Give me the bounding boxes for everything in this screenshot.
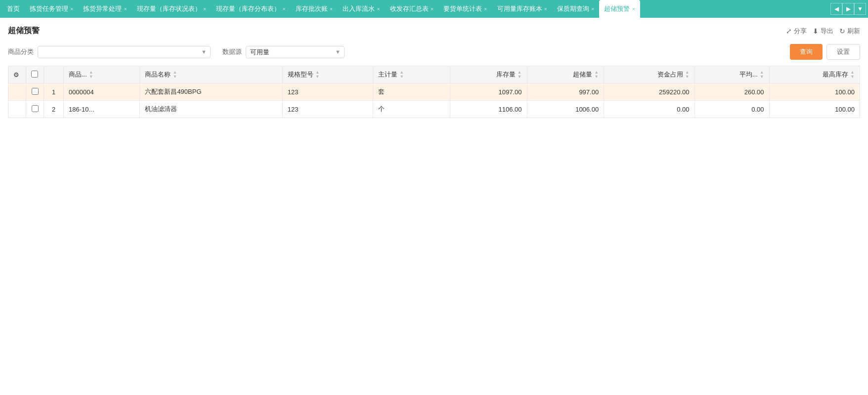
nav-item-summary[interactable]: 收发存汇总表 × bbox=[385, 0, 438, 18]
nav-item-stock-dist[interactable]: 现存量（库存分布表） × bbox=[211, 0, 290, 18]
sort-product-code[interactable]: 商品... ▲▼ bbox=[69, 70, 93, 79]
th-overstock[interactable]: 超储量 ▲▼ bbox=[527, 66, 604, 83]
refresh-button[interactable]: ↻ 刷新 bbox=[839, 27, 860, 36]
td-overstock-1: 1006.00 bbox=[527, 101, 604, 118]
nav-label-home: 首页 bbox=[7, 0, 20, 18]
table-row: 2 186-10... 机油滤清器 123 个 1106.00 1006.00 … bbox=[8, 101, 860, 118]
nav-item-flow[interactable]: 出入库流水 × bbox=[338, 0, 385, 18]
th-capital[interactable]: 资金占用 ▲▼ bbox=[604, 66, 694, 83]
nav-item-overstock[interactable]: 超储预警 × bbox=[599, 0, 640, 18]
th-product-name-label: 商品名称 bbox=[145, 70, 171, 79]
sort-capital[interactable]: 资金占用 ▲▼ bbox=[657, 70, 690, 79]
th-checkbox[interactable] bbox=[26, 66, 44, 83]
nav-item-available[interactable]: 可用量库存账本 × bbox=[492, 0, 552, 18]
th-product-code[interactable]: 商品... ▲▼ bbox=[64, 66, 140, 83]
datasource-filter-group: 数据源 可用量 库存量 ▼ bbox=[222, 46, 345, 58]
th-spec[interactable]: 规格型号 ▲▼ bbox=[282, 66, 373, 83]
nav-prev-button[interactable]: ◀ bbox=[830, 3, 842, 15]
td-max-stock-0: 100.00 bbox=[769, 83, 860, 101]
th-max-stock-label: 最高库存 bbox=[823, 70, 848, 79]
refresh-label: 刷新 bbox=[847, 27, 860, 36]
td-capital-0: 259220.00 bbox=[604, 83, 694, 101]
datasource-select[interactable]: 可用量 库存量 bbox=[246, 46, 345, 58]
nav-more-button[interactable]: ▼ bbox=[854, 3, 866, 15]
filter-actions: 查询 设置 bbox=[790, 44, 860, 60]
refresh-icon: ↻ bbox=[839, 27, 845, 35]
td-product-code-1: 186-10... bbox=[64, 101, 140, 118]
close-icon-summary[interactable]: × bbox=[431, 0, 434, 18]
nav-item-task[interactable]: 拣货任务管理 × bbox=[25, 0, 78, 18]
nav-label-demand: 要货单统计表 bbox=[443, 0, 482, 18]
nav-item-stock-status[interactable]: 现存量（库存状况表） × bbox=[132, 0, 211, 18]
sort-product-name[interactable]: 商品名称 ▲▼ bbox=[145, 70, 177, 79]
close-icon-stock-dist[interactable]: × bbox=[282, 0, 285, 18]
td-settings-1 bbox=[8, 101, 26, 118]
share-icon: ⤢ bbox=[786, 27, 792, 35]
close-icon-flow[interactable]: × bbox=[377, 0, 380, 18]
nav-item-abnormal[interactable]: 拣货异常处理 × bbox=[78, 0, 131, 18]
select-all-checkbox[interactable] bbox=[31, 71, 38, 78]
settings-button[interactable]: 设置 bbox=[826, 44, 860, 60]
close-icon-overstock[interactable]: × bbox=[632, 0, 635, 18]
th-product-code-label: 商品... bbox=[69, 70, 87, 79]
td-product-code-0: 0000004 bbox=[64, 83, 140, 101]
nav-item-batch[interactable]: 库存批次账 × bbox=[291, 0, 338, 18]
share-button[interactable]: ⤢ 分享 bbox=[786, 27, 807, 36]
top-nav: 首页 拣货任务管理 × 拣货异常处理 × 现存量（库存状况表） × 现存量（库存… bbox=[0, 0, 868, 18]
main-content: 超储预警 ⤢ 分享 ⬇ 导出 ↻ 刷新 商品分类 ▼ bbox=[0, 18, 868, 395]
td-avg-0: 260.00 bbox=[694, 83, 769, 101]
nav-label-summary: 收发存汇总表 bbox=[390, 0, 429, 18]
close-icon-task[interactable]: × bbox=[70, 0, 73, 18]
export-label: 导出 bbox=[821, 27, 833, 36]
sort-overstock[interactable]: 超储量 ▲▼ bbox=[573, 70, 599, 79]
th-product-name[interactable]: 商品名称 ▲▼ bbox=[140, 66, 282, 83]
sort-max-stock[interactable]: 最高库存 ▲▼ bbox=[823, 70, 855, 79]
datasource-label: 数据源 bbox=[222, 47, 242, 56]
th-stock-label: 库存量 bbox=[496, 70, 516, 79]
category-select-wrapper: ▼ bbox=[38, 46, 211, 58]
th-avg-label: 平均... bbox=[739, 70, 758, 79]
sort-icon-unit: ▲▼ bbox=[399, 70, 404, 79]
nav-item-expiry[interactable]: 保质期查询 × bbox=[552, 0, 599, 18]
sort-icon-stock: ▲▼ bbox=[518, 70, 522, 79]
sort-spec[interactable]: 规格型号 ▲▼ bbox=[288, 70, 320, 79]
category-select[interactable] bbox=[38, 46, 211, 58]
nav-label-expiry: 保质期查询 bbox=[557, 0, 589, 18]
td-checkbox-1[interactable] bbox=[26, 101, 44, 118]
data-table: ⚙ 商品... ▲▼ 商品名称 ▲▼ bbox=[8, 66, 860, 118]
sort-avg[interactable]: 平均... ▲▼ bbox=[739, 70, 764, 79]
close-icon-expiry[interactable]: × bbox=[591, 0, 594, 18]
th-stock[interactable]: 库存量 ▲▼ bbox=[450, 66, 527, 83]
export-button[interactable]: ⬇ 导出 bbox=[813, 27, 833, 36]
page-title-row: 超储预警 ⤢ 分享 ⬇ 导出 ↻ 刷新 bbox=[8, 26, 860, 36]
sort-stock[interactable]: 库存量 ▲▼ bbox=[496, 70, 522, 79]
title-actions: ⤢ 分享 ⬇ 导出 ↻ 刷新 bbox=[786, 27, 860, 36]
filter-row: 商品分类 ▼ 数据源 可用量 库存量 ▼ 查询 设置 bbox=[8, 44, 860, 60]
th-spec-label: 规格型号 bbox=[288, 70, 313, 79]
th-num bbox=[44, 66, 64, 83]
td-checkbox-0[interactable] bbox=[26, 83, 44, 101]
close-icon-stock-status[interactable]: × bbox=[203, 0, 206, 18]
td-settings-0 bbox=[8, 83, 26, 101]
th-max-stock[interactable]: 最高库存 ▲▼ bbox=[769, 66, 860, 83]
sort-icon-product-code: ▲▼ bbox=[89, 70, 93, 79]
close-icon-demand[interactable]: × bbox=[484, 0, 487, 18]
row-checkbox-0[interactable] bbox=[32, 88, 39, 95]
nav-next-button[interactable]: ▶ bbox=[842, 3, 854, 15]
th-settings[interactable]: ⚙ bbox=[8, 66, 26, 83]
close-icon-abnormal[interactable]: × bbox=[124, 0, 127, 18]
query-button[interactable]: 查询 bbox=[790, 44, 823, 60]
close-icon-batch[interactable]: × bbox=[330, 0, 333, 18]
close-icon-available[interactable]: × bbox=[544, 0, 547, 18]
th-overstock-label: 超储量 bbox=[573, 70, 592, 79]
td-avg-1: 0.00 bbox=[694, 101, 769, 118]
row-checkbox-1[interactable] bbox=[32, 105, 39, 112]
th-avg[interactable]: 平均... ▲▼ bbox=[694, 66, 769, 83]
nav-label-batch: 库存批次账 bbox=[296, 0, 328, 18]
th-unit[interactable]: 主计量 ▲▼ bbox=[373, 66, 450, 83]
td-stock-0: 1097.00 bbox=[450, 83, 527, 101]
sort-unit[interactable]: 主计量 ▲▼ bbox=[378, 70, 404, 79]
nav-item-demand[interactable]: 要货单统计表 × bbox=[438, 0, 492, 18]
nav-label-task: 拣货任务管理 bbox=[30, 0, 68, 18]
nav-item-home[interactable]: 首页 bbox=[2, 0, 25, 18]
